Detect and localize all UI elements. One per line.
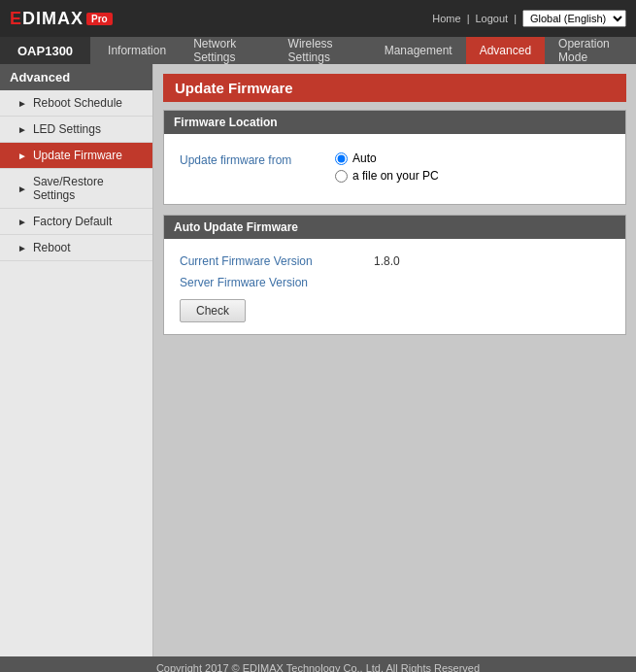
firmware-source-options: Auto a file on your PC (335, 151, 610, 186)
radio-pc-label: a file on your PC (352, 169, 439, 183)
firmware-location-header: Firmware Location (164, 111, 625, 134)
logo-e: E (10, 9, 22, 28)
server-version-row: Server Firmware Version (180, 272, 610, 293)
arrow-icon: ► (17, 151, 27, 161)
check-button[interactable]: Check (180, 299, 246, 322)
sidebar-item-update-firmware[interactable]: ► Update Firmware (0, 143, 152, 169)
logout-link[interactable]: Logout (475, 13, 508, 24)
nav-wireless-settings[interactable]: Wireless Settings (275, 37, 371, 64)
arrow-icon: ► (17, 124, 27, 135)
logo-pro: Pro (86, 13, 113, 25)
nav-information[interactable]: Information (94, 37, 180, 64)
footer-text: Copyright 2017 © EDIMAX Technology Co., … (156, 662, 480, 672)
sidebar-item-reboot-schedule[interactable]: ► Reboot Schedule (0, 90, 152, 117)
page-title: Update Firmware (163, 74, 626, 102)
logo: EDIMAX Pro (10, 9, 113, 29)
footer: Copyright 2017 © EDIMAX Technology Co., … (0, 656, 636, 672)
sidebar-item-save-restore[interactable]: ► Save/Restore Settings (0, 169, 152, 209)
nav-bar: OAP1300 Information Network Settings Wir… (0, 37, 636, 64)
main-layout: Advanced ► Reboot Schedule ► LED Setting… (0, 64, 636, 656)
logo-edimax: EDIMAX (10, 9, 84, 29)
auto-update-header: Auto Update Firmware (164, 216, 625, 239)
current-version-value: 1.8.0 (374, 254, 400, 268)
current-version-row: Current Firmware Version 1.8.0 (180, 251, 610, 272)
arrow-icon: ► (17, 217, 27, 227)
sidebar-title: Advanced (0, 64, 152, 90)
sidebar-item-reboot[interactable]: ► Reboot (0, 235, 152, 261)
current-version-label: Current Firmware Version (180, 254, 374, 268)
home-link[interactable]: Home (432, 13, 460, 24)
auto-update-body: Current Firmware Version 1.8.0 Server Fi… (164, 239, 625, 334)
radio-pc[interactable] (335, 170, 348, 183)
nav-management[interactable]: Management (371, 37, 466, 64)
nav-advanced[interactable]: Advanced (466, 37, 545, 64)
nav-network-settings[interactable]: Network Settings (180, 37, 274, 64)
auto-update-section: Auto Update Firmware Current Firmware Ve… (163, 215, 626, 335)
nav-operation-mode[interactable]: Operation Mode (545, 37, 636, 64)
radio-auto[interactable] (335, 152, 348, 165)
arrow-icon: ► (17, 184, 27, 194)
header: EDIMAX Pro Home | Logout | Global (Engli… (0, 0, 636, 37)
oap-title: OAP1300 (0, 37, 90, 64)
language-select[interactable]: Global (English) (522, 10, 626, 27)
sidebar: Advanced ► Reboot Schedule ► LED Setting… (0, 64, 153, 656)
firmware-source-label: Update firmware from (180, 151, 335, 167)
content-area: Update Firmware Firmware Location Update… (153, 64, 636, 656)
sidebar-item-factory-default[interactable]: ► Factory Default (0, 209, 152, 235)
radio-auto-label: Auto (352, 151, 377, 165)
server-version-label: Server Firmware Version (180, 276, 374, 289)
header-right: Home | Logout | Global (English) (432, 10, 626, 27)
radio-auto-option[interactable]: Auto (335, 151, 610, 165)
radio-pc-option[interactable]: a file on your PC (335, 169, 610, 183)
firmware-location-section: Firmware Location Update firmware from A… (163, 110, 626, 205)
firmware-location-body: Update firmware from Auto a file on your… (164, 134, 625, 204)
arrow-icon: ► (17, 243, 27, 253)
sidebar-item-led-settings[interactable]: ► LED Settings (0, 117, 152, 143)
arrow-icon: ► (17, 98, 27, 109)
firmware-source-row: Update firmware from Auto a file on your… (180, 146, 610, 192)
